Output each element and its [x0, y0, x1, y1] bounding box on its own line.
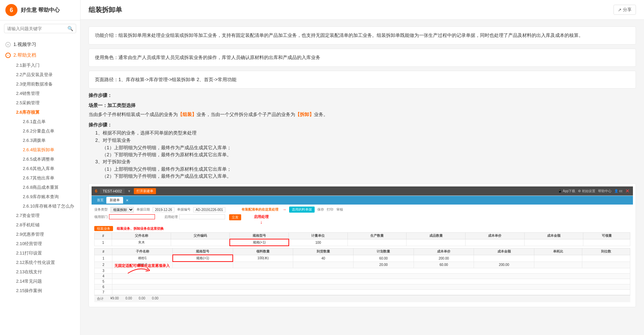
docs-subnav: 2.1新手入门 2.2产品安装及登录 2.3使用前数据准备 2.4销售管理 2.…	[0, 61, 80, 295]
share-icon: ↗	[618, 7, 622, 12]
search-input[interactable]	[7, 26, 67, 31]
nav-tree: + 1.视频学习 − 2.帮助文档 2.1新手入门 2.2产品安装及登录 2.3…	[0, 37, 80, 335]
process-btn[interactable]: 选用的料单据	[289, 207, 315, 213]
lcell-ca1	[474, 255, 534, 262]
logo-text: 好生意 帮助中心	[21, 7, 60, 14]
sidebar-item-stock[interactable]: 2.6库存核算	[13, 108, 80, 117]
lcol-ratio: 单耗比	[534, 248, 582, 255]
search-icon[interactable]: 🔍	[67, 26, 73, 31]
nav-home[interactable]: 首页	[97, 198, 104, 203]
sidebar-item-267[interactable]: 2.6.7其他出库单	[20, 173, 80, 183]
sidebar-item-269[interactable]: 2.6.9库存账本查询	[20, 192, 80, 202]
lcell-empty-4	[112, 273, 630, 279]
sidebar-item-262[interactable]: 2.6.2分量盘点单	[20, 126, 80, 136]
sidebar-item-online[interactable]: 2.13在线支付	[13, 267, 80, 277]
cell-finish	[407, 239, 466, 246]
sidebar-item-cases[interactable]: 2.15操作案例	[13, 286, 80, 295]
sidebar-item-mobile[interactable]: 2.8手机旺铺	[13, 220, 80, 230]
sidebar-item-purchase[interactable]: 2.5采购管理	[13, 98, 80, 108]
step-1: 1、根据不同的业务，选择不同单据的类型来处理	[89, 130, 636, 136]
sidebar-item-prep[interactable]: 2.3使用前数据准备	[13, 79, 80, 89]
assembly-btn[interactable]: 组装业务	[94, 226, 113, 231]
enable-ann-text: 启用处理	[254, 214, 269, 219]
sidebar-item-266[interactable]: 2.6.6其他入库单	[20, 164, 80, 173]
fake-app: 6 TEST-H002 ▼ 打开新建单 📱 App下载 ⚙ 初始设置 帮助中心 …	[92, 186, 633, 304]
col-finish: 成品数量	[407, 233, 466, 239]
enable-label: 启用处理	[164, 215, 178, 219]
lcol-spec: 规格型号	[173, 248, 233, 255]
sidebar-item-264[interactable]: 2.6.4组装拆卸单	[20, 145, 80, 155]
role-intro-text: 使用角色：通常由生产人员或库管人员完成拆装业务的操作，库管人员确认原材料的出库和…	[95, 55, 320, 60]
sidebar-item-coupon[interactable]: 2.9优惠券管理	[13, 230, 80, 239]
sidebar-item-finance[interactable]: 2.7资金管理	[13, 211, 80, 220]
sidebar-item-268[interactable]: 2.6.8商品成本重算	[20, 183, 80, 192]
ltable-row-6: 6	[95, 284, 630, 289]
role-intro-block: 使用角色：通常由生产人员或库管人员完成拆装业务的操作，库管人员确认原材料的出库和…	[89, 49, 636, 67]
cell-1: 1	[95, 239, 112, 246]
lcell-4: 4	[95, 273, 112, 279]
cell-name: 夹木	[112, 239, 171, 246]
lcell-pick1: 100(本)	[233, 255, 293, 262]
sidebar-item-265[interactable]: 2.6.5成本调整单	[20, 155, 80, 164]
app-bar-right: 📱 App下载 ⚙ 初始设置 帮助中心 👤 cc ✕	[558, 188, 630, 194]
sidebar-item-install[interactable]: 2.2产品安装及登录	[13, 70, 80, 79]
col-num: #	[95, 233, 112, 239]
nav-active-tab[interactable]: 新建单	[106, 197, 123, 204]
dept-input[interactable]	[109, 214, 155, 219]
app-close-icon[interactable]: ✕	[625, 188, 630, 194]
main-area: 组装拆卸单 ↗ 分享 功能介绍：组装拆卸单用来处理企业组装或拆卸等加工业务，支持…	[80, 0, 644, 335]
col-available: 可领量	[583, 233, 630, 239]
step-3: 3、对于拆卸业务	[89, 159, 636, 165]
lcell-cp2: 60.00	[414, 262, 474, 268]
enable-input[interactable]	[179, 214, 225, 219]
lcell-arrive1: 40	[293, 255, 354, 262]
page-title: 组装拆卸单	[89, 5, 122, 14]
expand-icon: +	[5, 42, 11, 47]
cell-produce	[347, 239, 407, 246]
fake-app-bar: 6 TEST-H002 ▼ 打开新建单 📱 App下载 ⚙ 初始设置 帮助中心 …	[92, 186, 633, 196]
app-menu2: ⚙ 初始设置	[578, 189, 595, 193]
sidebar-item-263[interactable]: 2.6.3调拨单	[20, 136, 80, 145]
fake-form-area: 业务类型 组装拆卸 单据日期 2019-12-26 单据编号 AD-201912…	[92, 205, 633, 304]
lcol-pick: 领料数量	[233, 248, 293, 255]
app-newdoc-btn[interactable]: 打开新建单	[134, 188, 156, 194]
sidebar-item-mgmt[interactable]: 2.10经营管理	[13, 239, 80, 248]
lower-section: # 子件名称 规格型号 领料数量 到货数量 计划数量 成本单价 成本金额 单耗比	[94, 248, 630, 295]
lcell-6: 6	[95, 284, 112, 289]
sidebar-item-video[interactable]: + 1.视频学习	[0, 39, 80, 50]
col-parent-name: 父件名称	[112, 233, 171, 239]
lcell-name1: 棉纱1	[112, 255, 173, 262]
top-annotation-text: 有装配清单的在这里处理	[241, 207, 278, 212]
lcell-empty-5	[112, 279, 630, 284]
search-box[interactable]: 🔍	[4, 24, 76, 33]
col-spec: 规格型号	[230, 233, 289, 239]
lcol-pos: 到位数	[582, 248, 630, 255]
sidebar-item-docs-main[interactable]: − 2.帮助文档	[0, 50, 80, 61]
save-btn[interactable]: 立发	[229, 214, 241, 220]
sidebar-item-docs[interactable]: − 2.帮助文档 2.1新手入门 2.2产品安装及登录 2.3使用前数据准备 2…	[0, 50, 80, 295]
sidebar-item-docs-label: 2.帮助文档	[13, 52, 36, 58]
lcell-3: 3	[95, 268, 112, 273]
share-button[interactable]: ↗ 分享	[613, 5, 636, 15]
lcell-arrive2	[293, 262, 354, 268]
enable-annotation: 启用处理 ↓	[254, 214, 269, 225]
cell-avail	[583, 239, 630, 246]
lcell-p1	[582, 255, 630, 262]
screenshot-container: 6 TEST-H002 ▼ 打开新建单 📱 App下载 ⚙ 初始设置 帮助中心 …	[89, 183, 636, 307]
sidebar-item-newbie[interactable]: 2.1新手入门	[13, 61, 80, 70]
sidebar-item-261[interactable]: 2.6.1盘点单	[20, 117, 80, 126]
date-label: 单据日期	[137, 207, 150, 212]
lower-table: # 子件名称 规格型号 领料数量 到货数量 计划数量 成本单价 成本金额 单耗比	[94, 248, 630, 295]
lcell-pick2	[233, 262, 293, 268]
func-intro-text: 功能介绍：组装拆卸单用来处理企业组装或拆卸等加工业务，支持有固定装配清单的产品加…	[95, 33, 583, 38]
type-select[interactable]: 组装拆卸	[110, 207, 134, 213]
sidebar-item-2610[interactable]: 2.6.10库存账本错了怎么办	[20, 202, 80, 211]
lcol-cprice: 成本单价	[414, 248, 474, 255]
sidebar-item-custom[interactable]: 2.12系统个性化设置	[13, 258, 80, 267]
lcol-num: #	[95, 248, 112, 255]
sidebar-item-print[interactable]: 2.11打印设置	[13, 248, 80, 258]
sidebar-item-faq[interactable]: 2.14常见问题	[13, 277, 80, 286]
sidebar-item-video-main[interactable]: + 1.视频学习	[0, 39, 80, 50]
lcell-5: 5	[95, 279, 112, 284]
sidebar-item-sales[interactable]: 2.4销售管理	[13, 89, 80, 98]
